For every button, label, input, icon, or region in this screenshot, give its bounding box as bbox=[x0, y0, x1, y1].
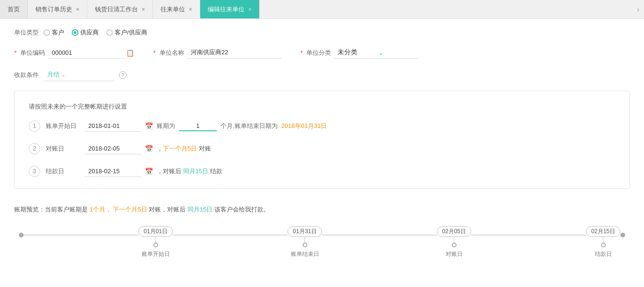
main-content: 单位类型 客户 供应商 客户/供应商 * 单位编码 📋 * 单位名称 bbox=[0, 19, 644, 287]
unit-code-copy-icon[interactable]: 📋 bbox=[126, 49, 134, 57]
step-2-suffix-text: ，下一个月5日 对账 bbox=[157, 144, 211, 153]
timeline-dot-1 bbox=[153, 243, 158, 247]
timeline-label-3: 对账日 bbox=[446, 250, 463, 258]
step-2-date-input[interactable] bbox=[85, 143, 141, 154]
timeline-line-1 bbox=[24, 235, 138, 236]
unit-code-star: * bbox=[14, 49, 17, 57]
step-1-period-end-date: 2018年01月31日 bbox=[281, 122, 327, 130]
unit-type-radio-group: 客户 供应商 客户/供应商 bbox=[43, 28, 147, 37]
radio-both-circle bbox=[106, 29, 113, 36]
payment-terms-select[interactable]: 月结 ⌄ bbox=[43, 68, 114, 81]
timeline-end-circle bbox=[620, 233, 625, 237]
unit-type-row: 单位类型 客户 供应商 客户/供应商 bbox=[14, 28, 630, 37]
step-1-number: 1 bbox=[29, 120, 40, 132]
preview-period: 1个月， bbox=[90, 206, 111, 213]
tab-home[interactable]: 首页 bbox=[0, 0, 28, 18]
preview-text: 账期预览：当前客户账期是 1个月， 下一个月5日 对账，对账后 同月15日 该客… bbox=[14, 204, 630, 215]
step-3-calendar-icon[interactable]: 📅 bbox=[145, 168, 153, 175]
timeline-badge-4: 02月15日 bbox=[586, 226, 620, 237]
tab-bar: 首页 销售订单历史 × 钱货日清工作台 × 往来单位 × 编辑往来单位 × › bbox=[0, 0, 644, 19]
radio-customer[interactable]: 客户 bbox=[43, 28, 64, 37]
unit-code-label: 单位编码 bbox=[20, 49, 45, 57]
timeline-badge-1: 01月01日 bbox=[138, 226, 173, 237]
unit-code-input[interactable] bbox=[48, 47, 123, 59]
close-tab-edit-partner[interactable]: × bbox=[248, 6, 252, 13]
step-3-content: 📅 ，对账后 同月15日 结款 bbox=[85, 166, 615, 177]
radio-supplier[interactable]: 供应商 bbox=[72, 28, 99, 37]
tab-cash-work[interactable]: 钱货日清工作台 × bbox=[87, 0, 153, 18]
step-2-calendar-icon[interactable]: 📅 bbox=[145, 145, 153, 152]
unit-name-label: 单位名称 bbox=[160, 49, 184, 57]
unit-type-label: 单位类型 bbox=[14, 28, 39, 37]
timeline-end-dot bbox=[620, 233, 625, 237]
step-1-date-input[interactable] bbox=[85, 120, 141, 132]
timeline: 01月01日 账单开始日 01月31日 账单结束日 bbox=[14, 226, 630, 258]
step-3-number: 3 bbox=[29, 166, 40, 177]
timeline-line-3 bbox=[322, 235, 437, 236]
period-settings-panel: 请按照未来的一个完整帐期进行设置 1 账单开始日 📅 账期为 个月,账单结束日期… bbox=[14, 91, 630, 189]
close-tab-cash-work[interactable]: × bbox=[142, 6, 145, 13]
unit-name-star: * bbox=[153, 49, 155, 57]
timeline-dot-4 bbox=[601, 243, 606, 247]
preview-reconcile-prefix: 下一个月5日 bbox=[113, 206, 147, 213]
unit-name-group: * 单位名称 bbox=[153, 47, 281, 59]
step-1-period-input[interactable] bbox=[179, 121, 217, 131]
panel-title: 请按照未来的一个完整帐期进行设置 bbox=[29, 102, 615, 111]
timeline-label-4: 结款日 bbox=[595, 250, 612, 258]
payment-terms-label: 收款条件 bbox=[14, 71, 39, 79]
unit-category-select[interactable]: 未分类 ⌄ bbox=[334, 46, 419, 59]
step-2-row: 2 对账日 📅 ，下一个月5日 对账 bbox=[29, 143, 615, 154]
close-tab-partner-unit[interactable]: × bbox=[189, 6, 192, 13]
step-1-label: 账单开始日 bbox=[46, 122, 79, 130]
step-1-content: 📅 账期为 个月,账单结束日期为 2018年01月31日 bbox=[85, 120, 615, 132]
timeline-node-4: 02月15日 结款日 bbox=[586, 226, 620, 258]
step-1-period-label: 账期为 bbox=[157, 122, 175, 130]
timeline-segment-3: 02月05日 对账日 bbox=[322, 226, 471, 258]
step-3-row: 3 结款日 📅 ，对账后 同月15日 结款 bbox=[29, 166, 615, 177]
timeline-line-2 bbox=[173, 235, 288, 236]
step-2-label: 对账日 bbox=[46, 144, 79, 153]
timeline-segment-2: 01月31日 账单结束日 bbox=[173, 226, 322, 258]
unit-category-dropdown-icon[interactable]: ⌄ bbox=[378, 49, 384, 56]
timeline-start-dot bbox=[19, 233, 24, 237]
unit-category-star: * bbox=[300, 49, 303, 57]
timeline-label-2: 账单结束日 bbox=[291, 250, 319, 258]
timeline-segment-4: 02月15日 结款日 bbox=[471, 226, 620, 258]
tab-sales-order-history[interactable]: 销售订单历史 × bbox=[28, 0, 87, 18]
timeline-start-circle bbox=[19, 233, 24, 237]
preview-area: 账期预览：当前客户账期是 1个月， 下一个月5日 对账，对账后 同月15日 该客… bbox=[14, 196, 630, 262]
payment-terms-help-icon[interactable]: ? bbox=[119, 71, 127, 79]
timeline-dot-3 bbox=[452, 243, 457, 247]
radio-both[interactable]: 客户/供应商 bbox=[106, 28, 147, 37]
radio-customer-circle bbox=[43, 29, 50, 36]
unit-code-group: * 单位编码 📋 bbox=[14, 47, 134, 59]
step-3-date-input[interactable] bbox=[85, 166, 141, 177]
timeline-node-1: 01月01日 账单开始日 bbox=[138, 226, 173, 258]
tab-partner-unit[interactable]: 往来单位 × bbox=[153, 0, 200, 18]
preview-payment: 同月15日 bbox=[187, 206, 212, 213]
payment-terms-row: 收款条件 月结 ⌄ ? bbox=[14, 68, 630, 81]
timeline-badge-2: 01月31日 bbox=[288, 226, 322, 237]
tab-more-button[interactable]: › bbox=[632, 0, 644, 18]
unit-category-label: 单位分类 bbox=[306, 49, 331, 57]
timeline-dot-2 bbox=[303, 243, 307, 247]
step-1-row: 1 账单开始日 📅 账期为 个月,账单结束日期为 2018年01月31日 bbox=[29, 120, 615, 132]
step-2-content: 📅 ，下一个月5日 对账 bbox=[85, 143, 615, 154]
unit-info-row: * 单位编码 📋 * 单位名称 * 单位分类 未分类 ⌄ bbox=[14, 46, 630, 59]
close-tab-sales-order-history[interactable]: × bbox=[76, 6, 79, 13]
unit-name-input[interactable] bbox=[187, 47, 281, 59]
radio-supplier-circle bbox=[72, 29, 78, 36]
step-3-suffix-text: ，对账后 同月15日 结款 bbox=[157, 167, 222, 176]
timeline-node-2: 01月31日 账单结束日 bbox=[288, 226, 322, 258]
step-1-period-unit: 个月,账单结束日期为 bbox=[220, 122, 278, 130]
step-1-calendar-icon[interactable]: 📅 bbox=[145, 122, 153, 130]
timeline-segment-1: 01月01日 账单开始日 bbox=[24, 226, 173, 258]
timeline-node-3: 02月05日 对账日 bbox=[437, 226, 471, 258]
tab-edit-partner[interactable]: 编辑往来单位 × bbox=[200, 0, 260, 18]
step-2-number: 2 bbox=[29, 143, 40, 154]
timeline-line-4 bbox=[471, 235, 586, 236]
timeline-badge-3: 02月05日 bbox=[437, 226, 471, 237]
payment-terms-dropdown-arrow: ⌄ bbox=[61, 72, 65, 77]
step-3-label: 结款日 bbox=[46, 167, 79, 176]
unit-category-group: * 单位分类 未分类 ⌄ bbox=[300, 46, 419, 59]
